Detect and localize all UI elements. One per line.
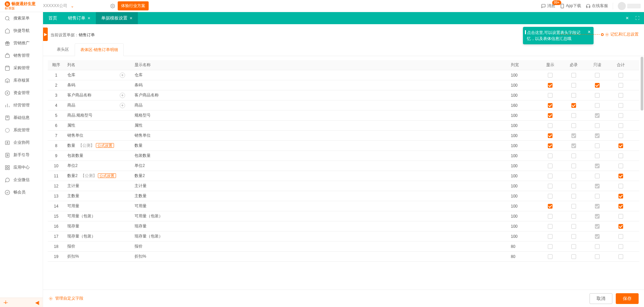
cell-name[interactable]: 主数量: [65, 191, 132, 201]
cell-width[interactable]: 100: [508, 221, 538, 231]
checkbox[interactable]: [618, 194, 623, 199]
company-selector[interactable]: XXXXXX公司 ⌄: [43, 3, 110, 9]
checkbox[interactable]: [618, 143, 623, 148]
cell-name[interactable]: 现存量: [65, 221, 132, 231]
sidebar-item-stock[interactable]: 库存核算: [0, 74, 43, 87]
save-button[interactable]: 保存: [616, 293, 639, 304]
checkbox[interactable]: [618, 244, 623, 249]
messages-link[interactable]: 消息 99+: [541, 3, 555, 9]
cell-name[interactable]: 商品.规格型号: [65, 111, 132, 121]
checkbox[interactable]: [548, 244, 553, 249]
cell-name[interactable]: 条码: [65, 80, 132, 90]
cell-width[interactable]: 80: [508, 252, 538, 262]
checkbox[interactable]: [571, 164, 576, 168]
sidebar-item-gift[interactable]: 营销推广: [0, 37, 43, 49]
cell-display-name[interactable]: 主计量: [132, 181, 508, 191]
checkbox[interactable]: [595, 93, 600, 98]
add-field-icon[interactable]: +: [120, 103, 125, 108]
checkbox[interactable]: [618, 204, 623, 209]
checkbox[interactable]: [595, 143, 600, 148]
checkbox[interactable]: [571, 93, 576, 98]
cell-display-name[interactable]: 客户商品名称: [132, 90, 508, 100]
cell-name[interactable]: 可用量（包装）: [65, 211, 132, 221]
cell-display-name[interactable]: 报价: [132, 242, 508, 252]
add-field-icon[interactable]: +: [120, 93, 125, 98]
formula-settings-link[interactable]: 公式设置: [96, 143, 114, 148]
checkbox[interactable]: [618, 113, 623, 118]
cell-width[interactable]: 100: [508, 161, 538, 171]
cell-width[interactable]: 160: [508, 100, 538, 111]
tab-单据模板设置[interactable]: 单据模板设置✕: [96, 12, 138, 24]
checkbox[interactable]: [595, 244, 600, 249]
cell-display-name[interactable]: 单位2: [132, 161, 508, 171]
checkbox[interactable]: [595, 83, 600, 88]
cell-display-name[interactable]: 销售单位: [132, 131, 508, 141]
fullscreen-icon[interactable]: ⛶: [633, 14, 641, 22]
sidebar-item-cart[interactable]: 销售管理: [0, 49, 43, 62]
checkbox[interactable]: [618, 133, 623, 138]
checkbox[interactable]: [595, 123, 600, 128]
cell-name[interactable]: 销售单位: [65, 131, 132, 141]
subtab[interactable]: 表头区: [51, 43, 75, 56]
checkbox[interactable]: [571, 83, 576, 88]
checkbox[interactable]: [618, 234, 623, 239]
checkbox[interactable]: [548, 123, 553, 128]
sidebar-settings-icon[interactable]: [3, 300, 8, 305]
checkbox[interactable]: [571, 184, 576, 188]
sidebar-item-apps[interactable]: 应用中心: [0, 161, 43, 174]
checkbox[interactable]: [548, 103, 553, 108]
checkbox[interactable]: [571, 254, 576, 259]
cancel-button[interactable]: 取消: [590, 293, 612, 304]
cell-width[interactable]: 80: [508, 242, 538, 252]
checkbox[interactable]: [571, 234, 576, 239]
checkbox[interactable]: [548, 214, 553, 219]
checkbox[interactable]: [618, 214, 623, 219]
cell-width[interactable]: 100: [508, 121, 538, 131]
checkbox[interactable]: [548, 154, 553, 158]
cell-display-name[interactable]: 现存量: [132, 221, 508, 231]
manage-custom-fields-link[interactable]: 管理自定义字段: [48, 296, 83, 301]
cell-display-name[interactable]: 可用量（包装）: [132, 211, 508, 221]
checkbox[interactable]: [618, 224, 623, 229]
cell-name[interactable]: 商品+: [65, 100, 132, 111]
cell-name[interactable]: 仓库+: [65, 70, 132, 80]
cell-width[interactable]: 100: [508, 141, 538, 151]
cell-display-name[interactable]: 可用量: [132, 201, 508, 211]
sidebar-item-home[interactable]: 快捷导航: [0, 25, 43, 37]
sidebar-item-team[interactable]: 企业协同: [0, 136, 43, 149]
sidebar-item-vip[interactable]: 畅会员: [0, 186, 43, 199]
checkbox[interactable]: [618, 93, 623, 98]
trial-industry-button[interactable]: 体验行业方案: [118, 1, 149, 10]
cell-width[interactable]: 100: [508, 131, 538, 141]
sidebar-item-bag[interactable]: 采购管理: [0, 62, 43, 74]
user-menu[interactable]: [618, 2, 641, 10]
checkbox[interactable]: [595, 73, 600, 78]
cell-width[interactable]: 100: [508, 181, 538, 191]
close-all-tabs-icon[interactable]: ✕: [623, 14, 631, 22]
checkbox[interactable]: [571, 204, 576, 209]
checkbox[interactable]: [618, 164, 623, 168]
cell-width[interactable]: 100: [508, 231, 538, 242]
cell-display-name[interactable]: 规格型号: [132, 111, 508, 121]
cell-display-name[interactable]: 现存量（包装）: [132, 231, 508, 242]
checkbox[interactable]: [548, 73, 553, 78]
checkbox[interactable]: [571, 174, 576, 178]
cell-width[interactable]: 100: [508, 151, 538, 161]
cell-name[interactable]: 主计量: [65, 181, 132, 191]
vertical-scrollbar[interactable]: [641, 57, 643, 289]
settings-icon[interactable]: [110, 4, 115, 8]
cell-name[interactable]: 现存量（包装）: [65, 231, 132, 242]
cell-width[interactable]: 100: [508, 70, 538, 80]
cell-name[interactable]: 客户商品名称+: [65, 90, 132, 100]
cell-display-name[interactable]: 折扣%: [132, 252, 508, 262]
app-download-link[interactable]: App下载: [560, 3, 581, 9]
checkbox[interactable]: [548, 133, 553, 138]
checkbox[interactable]: [548, 174, 553, 178]
cell-name[interactable]: 可用量: [65, 201, 132, 211]
sidebar-item-book[interactable]: 基础信息: [0, 112, 43, 124]
checkbox[interactable]: [618, 123, 623, 128]
checkbox[interactable]: [571, 194, 576, 199]
checkbox[interactable]: [571, 224, 576, 229]
subtab[interactable]: 表体区-销售订单明细: [75, 43, 124, 56]
checkbox[interactable]: [548, 254, 553, 259]
